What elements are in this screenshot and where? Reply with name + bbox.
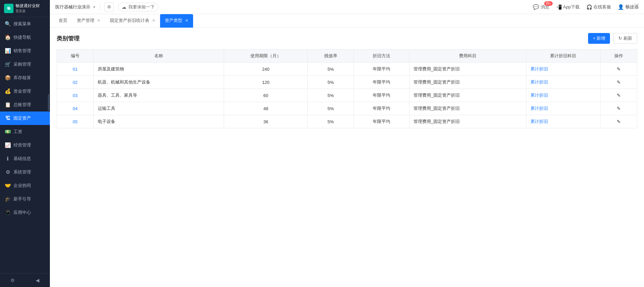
cell-id: 02	[57, 76, 94, 89]
col-period: 使用期限（月）	[224, 50, 308, 63]
trial-button[interactable]: ☁ 我要体验一下	[118, 3, 158, 11]
tab-asset-manage-close[interactable]: ✕	[97, 18, 100, 23]
ledger-icon: 📋	[5, 102, 11, 108]
topbar-settings-button[interactable]: ⚙	[104, 2, 114, 12]
cell-method: 年限平均	[354, 115, 409, 128]
sidebar-item-guide[interactable]: 🎓 新手引导	[0, 192, 50, 206]
logo-icon: 畅	[4, 4, 13, 13]
col-residual: 残值率	[308, 50, 354, 63]
cell-depreciation-account: 累计折旧	[526, 63, 600, 76]
app-icon: 📱	[5, 210, 11, 216]
topbar-separator	[100, 4, 100, 10]
chart-icon: 📊	[5, 48, 11, 54]
cart-icon: 🛒	[5, 61, 11, 67]
handshake-icon: 🤝	[5, 183, 11, 189]
trend-icon: 📈	[5, 142, 11, 148]
sidebar-collapse-button[interactable]: ◀	[33, 276, 42, 284]
cell-id: 05	[57, 115, 94, 128]
edit-button[interactable]: ✎	[600, 102, 637, 115]
cell-expense-account: 管理费用_固定资产折旧	[409, 89, 526, 102]
app-download-button[interactable]: 📲 App下载	[556, 4, 580, 10]
edit-button[interactable]: ✎	[600, 89, 637, 102]
col-depreciation: 累计折旧科目	[526, 50, 600, 63]
cell-method: 年限平均	[354, 63, 409, 76]
col-name: 名称	[94, 50, 224, 63]
cell-expense-account: 管理费用_固定资产折旧	[409, 102, 526, 115]
service-icon: 🎧	[586, 4, 592, 10]
guide-icon: 🎓	[5, 196, 11, 202]
message-icon: 💬	[533, 4, 539, 10]
building-icon: 🏗	[5, 115, 11, 121]
table-row: 01 房屋及建筑物 240 5% 年限平均 管理费用_固定资产折旧 累计折旧 ✎	[57, 63, 637, 76]
page-title: 类别管理	[57, 35, 80, 42]
search-icon: 🔍	[5, 21, 11, 27]
tab-asset-type[interactable]: 资产类型 ✕	[160, 14, 193, 28]
cell-depreciation-account: 累计折旧	[526, 76, 600, 89]
sidebar-settings-button[interactable]: ⚙	[8, 276, 18, 284]
page-header: 类别管理 + 新增 ↻ 刷新	[57, 33, 637, 44]
company-selector[interactable]: 医疗器械行业演示 ▼	[55, 4, 96, 10]
payroll-icon: 💵	[5, 129, 11, 135]
cell-residual: 5%	[308, 89, 354, 102]
sidebar-item-inventory[interactable]: 📦 库存核算	[0, 71, 50, 85]
edit-button[interactable]: ✎	[600, 115, 637, 128]
window-maximize-button[interactable]: ⛶	[633, 3, 640, 9]
company-name: 医疗器械行业演示	[55, 4, 90, 10]
app-logo: 畅 畅捷通好业财 普及版	[0, 0, 50, 17]
new-button[interactable]: + 新增	[588, 33, 610, 44]
sidebar-item-app-center[interactable]: 📱 应用中心	[0, 206, 50, 219]
sidebar-item-fixed-assets[interactable]: 🏗 固定资产	[0, 111, 50, 125]
sidebar-item-payroll[interactable]: 💵 工资	[0, 125, 50, 138]
sidebar-item-quick-nav[interactable]: 🏠 快捷导航	[0, 31, 50, 44]
col-id: 编号	[57, 50, 94, 63]
refresh-button[interactable]: ↻ 刷新	[613, 33, 637, 44]
cell-expense-account: 管理费用_固定资产折旧	[409, 76, 526, 89]
sidebar-item-ledger[interactable]: 📋 总账管理	[0, 98, 50, 111]
topbar-right: 💬 消息 99+ 📲 App下载 🎧 在线客服 👤 畅捷通	[533, 4, 639, 10]
sidebar-nav: 🔍 搜索菜单 🏠 快捷导航 📊 销售管理 🛒 采购管理 📦 库存核算 💰 资金管…	[0, 17, 50, 273]
sidebar-item-business[interactable]: 📈 经营管理	[0, 138, 50, 152]
table-row: 03 器具、工具、家具等 60 5% 年限平均 管理费用_固定资产折旧 累计折旧…	[57, 89, 637, 102]
cell-residual: 5%	[308, 63, 354, 76]
cell-method: 年限平均	[354, 102, 409, 115]
col-expense: 费用科目	[409, 50, 526, 63]
sidebar-item-sales[interactable]: 📊 销售管理	[0, 44, 50, 58]
tab-depreciation-close[interactable]: ✕	[152, 18, 155, 23]
col-action: 操作	[600, 50, 637, 63]
cell-residual: 5%	[308, 102, 354, 115]
message-button[interactable]: 💬 消息 99+	[533, 4, 549, 10]
window-close-button[interactable]: ✕	[624, 3, 631, 9]
edit-button[interactable]: ✎	[600, 76, 637, 89]
sidebar-item-search[interactable]: 🔍 搜索菜单	[0, 17, 50, 31]
page-actions: + 新增 ↻ 刷新	[588, 33, 637, 44]
cell-period: 48	[224, 102, 308, 115]
cell-id: 01	[57, 63, 94, 76]
sidebar-item-basic-info[interactable]: ℹ 基础信息	[0, 152, 50, 165]
info-icon: ℹ	[5, 156, 11, 162]
online-service-button[interactable]: 🎧 在线客服	[586, 4, 611, 10]
money-icon: 💰	[5, 88, 11, 94]
sidebar-item-capital[interactable]: 💰 资金管理	[0, 85, 50, 98]
cell-expense-account: 管理费用_固定资产折旧	[409, 115, 526, 128]
col-method: 折旧方法	[354, 50, 409, 63]
cell-method: 年限平均	[354, 76, 409, 89]
cell-name: 房屋及建筑物	[94, 63, 224, 76]
tab-home[interactable]: 首页	[54, 14, 72, 28]
sidebar-item-purchase[interactable]: 🛒 采购管理	[0, 58, 50, 71]
home-icon: 🏠	[5, 34, 11, 40]
sidebar-bottom: ⚙ ◀	[0, 273, 50, 287]
tab-asset-manage[interactable]: 资产管理 ✕	[72, 14, 105, 28]
tabbar: 首页 资产管理 ✕ 固定资产折旧统计表 ✕ 资产类型 ✕ ✕ ⛶	[50, 14, 644, 28]
tab-depreciation-table[interactable]: 固定资产折旧统计表 ✕	[105, 14, 160, 28]
cell-name: 机器、机械和其他生产设备	[94, 76, 224, 89]
dropdown-icon: ▼	[92, 5, 96, 9]
edit-button[interactable]: ✎	[600, 63, 637, 76]
sidebar-item-system[interactable]: ⚙ 系统管理	[0, 165, 50, 179]
tab-asset-type-close[interactable]: ✕	[185, 18, 188, 23]
sidebar: 畅 畅捷通好业财 普及版 🔍 搜索菜单 🏠 快捷导航 📊 销售管理 🛒 采购管理…	[0, 0, 50, 287]
topbar: 医疗器械行业演示 ▼ ⚙ ☁ 我要体验一下 💬 消息 99+ 📲 App下载 🎧…	[50, 0, 644, 14]
cell-depreciation-account: 累计折旧	[526, 115, 600, 128]
sidebar-item-enterprise[interactable]: 🤝 企业协同	[0, 179, 50, 192]
page-content: 类别管理 + 新增 ↻ 刷新 编号 名称 使用期限（月） 残值率 折旧方法 费用…	[50, 28, 644, 287]
table-row: 05 电子设备 36 5% 年限平均 管理费用_固定资产折旧 累计折旧 ✎	[57, 115, 637, 128]
